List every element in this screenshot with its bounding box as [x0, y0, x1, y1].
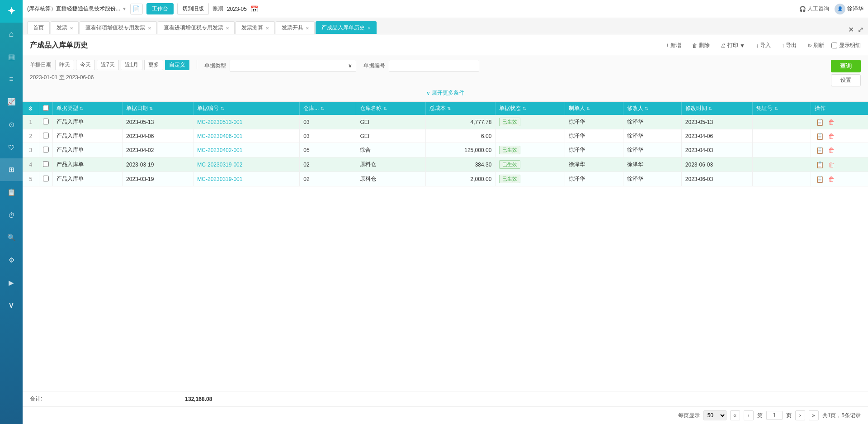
- row-settings[interactable]: 2: [23, 129, 39, 143]
- tab-purchase-vat-close[interactable]: ×: [226, 25, 229, 31]
- col-total-cost[interactable]: 总成本 ⇅: [425, 102, 495, 115]
- row-settings[interactable]: 3: [23, 143, 39, 157]
- print-button[interactable]: 🖨 打印 ▼: [717, 40, 749, 51]
- setting-button[interactable]: 设置: [831, 74, 861, 86]
- row-checkbox[interactable]: [39, 157, 52, 172]
- col-warehouse-code[interactable]: 仓库... ⇅: [300, 102, 356, 115]
- del-btn[interactable]: 🗑: [827, 176, 836, 183]
- del-btn[interactable]: 🗑: [827, 119, 836, 126]
- row-settings[interactable]: 5: [23, 172, 39, 186]
- tab-expand-icon[interactable]: ⤢: [858, 25, 863, 34]
- prev-page-btn[interactable]: ‹: [744, 410, 754, 420]
- btn-yesterday[interactable]: 昨天: [55, 60, 74, 70]
- tab-purchase-vat[interactable]: 查看进项增值税专用发票 ×: [158, 21, 235, 34]
- refresh-button[interactable]: ↻ 刷新: [804, 40, 828, 51]
- sidebar-item-bell[interactable]: ⚙: [0, 249, 23, 272]
- del-btn[interactable]: 🗑: [827, 133, 836, 140]
- btn-today[interactable]: 今天: [76, 60, 95, 70]
- calendar-icon[interactable]: 📅: [250, 5, 258, 13]
- row-checkbox[interactable]: [39, 143, 52, 157]
- sidebar-item-search[interactable]: 🔍: [0, 226, 23, 249]
- doc-button[interactable]: 📄: [130, 4, 143, 14]
- col-modifier[interactable]: 修改人 ⇅: [623, 102, 681, 115]
- sidebar-item-doc[interactable]: 📋: [0, 181, 23, 204]
- sidebar-item-settings1[interactable]: ⊙: [0, 113, 23, 136]
- sidebar-item-grid[interactable]: ⊞: [0, 158, 23, 181]
- edit-btn[interactable]: 📋: [815, 176, 825, 183]
- query-button[interactable]: 查询: [831, 60, 861, 72]
- btn-1month[interactable]: 近1月: [121, 60, 143, 70]
- sidebar-item-shield[interactable]: 🛡: [0, 136, 23, 158]
- number-link[interactable]: MC-20230402-001: [197, 147, 242, 153]
- sidebar-item-clock[interactable]: ⏱: [0, 204, 23, 226]
- sidebar-item-play[interactable]: ▶: [0, 272, 23, 294]
- row-checkbox[interactable]: [39, 115, 52, 129]
- tab-invoice-calc[interactable]: 发票测算 ×: [236, 21, 274, 34]
- tab-home[interactable]: 首页: [27, 21, 50, 34]
- show-detail-input[interactable]: [831, 43, 837, 48]
- number-link[interactable]: MC-20230319-002: [197, 162, 242, 168]
- sidebar-item-menu[interactable]: ≡: [0, 68, 23, 91]
- last-page-btn[interactable]: »: [809, 410, 819, 420]
- import-button[interactable]: ↓ 导入: [752, 40, 774, 51]
- sidebar-item-analytics[interactable]: 📈: [0, 91, 23, 113]
- btn-custom[interactable]: 自定义: [165, 60, 189, 70]
- new-button[interactable]: + 新增: [662, 40, 685, 51]
- switch-version-button[interactable]: 切到旧版: [177, 3, 209, 15]
- col-checkbox[interactable]: [39, 102, 52, 115]
- tab-invoice-calc-close[interactable]: ×: [266, 25, 269, 31]
- edit-btn[interactable]: 📋: [815, 119, 825, 126]
- export-button[interactable]: ↑ 导出: [778, 40, 800, 51]
- first-page-btn[interactable]: «: [730, 410, 740, 420]
- company-selector[interactable]: (库存核算）直播轻捷通信息技术股份... ▼: [27, 5, 127, 13]
- per-page-select[interactable]: 50 100 200: [703, 410, 726, 420]
- del-btn[interactable]: 🗑: [827, 147, 836, 154]
- col-type[interactable]: 单据类型 ⇅: [52, 102, 123, 115]
- sidebar-item-v[interactable]: V: [0, 294, 23, 317]
- tab-invoice[interactable]: 发票 ×: [51, 21, 79, 34]
- workbench-button[interactable]: 工作台: [146, 3, 174, 14]
- number-input[interactable]: [389, 60, 479, 71]
- app-logo[interactable]: ✦: [0, 0, 23, 23]
- tab-invoice-issue[interactable]: 发票开具 ×: [276, 21, 315, 34]
- del-btn[interactable]: 🗑: [827, 161, 836, 168]
- user-menu[interactable]: 👤 徐泽华: [835, 4, 863, 14]
- expand-filter-btn[interactable]: ∨ 展开更多条件: [426, 89, 464, 97]
- col-status[interactable]: 单据状态 ⇅: [495, 102, 565, 115]
- col-modify-time[interactable]: 修改时间 ⇅: [681, 102, 752, 115]
- btn-more[interactable]: 更多: [144, 60, 163, 70]
- edit-btn[interactable]: 📋: [815, 161, 825, 168]
- row-checkbox[interactable]: [39, 129, 52, 143]
- number-link[interactable]: MC-20230319-001: [197, 176, 242, 182]
- row-settings[interactable]: 4: [23, 157, 39, 172]
- col-creator[interactable]: 制单人 ⇅: [565, 102, 623, 115]
- number-link[interactable]: MC-20230406-001: [197, 133, 242, 139]
- edit-btn[interactable]: 📋: [815, 147, 825, 154]
- tab-invoice-issue-close[interactable]: ×: [306, 25, 309, 31]
- col-date[interactable]: 单据日期 ⇅: [123, 102, 193, 115]
- select-all-checkbox[interactable]: [43, 105, 49, 111]
- tab-close-icon[interactable]: ✕: [848, 25, 854, 34]
- support-link[interactable]: 🎧 人工咨询: [799, 5, 829, 13]
- row-settings[interactable]: 1: [23, 115, 39, 129]
- col-warehouse-name[interactable]: 仓库名称 ⇅: [356, 102, 425, 115]
- tab-sales-vat-close[interactable]: ×: [148, 25, 151, 31]
- tab-product-history[interactable]: 产成品入库单历史 ×: [316, 21, 376, 34]
- row-checkbox[interactable]: [39, 172, 52, 186]
- sidebar-item-module1[interactable]: ▦: [0, 45, 23, 68]
- tab-product-history-close[interactable]: ×: [368, 25, 370, 31]
- sidebar-item-home[interactable]: ⌂: [0, 23, 23, 45]
- next-page-btn[interactable]: ›: [795, 410, 805, 420]
- tab-invoice-close[interactable]: ×: [70, 25, 73, 31]
- col-voucher[interactable]: 凭证号 ⇅: [753, 102, 811, 115]
- edit-btn[interactable]: 📋: [815, 133, 825, 140]
- page-number-input[interactable]: [766, 411, 783, 420]
- delete-button[interactable]: 🗑 删除: [689, 40, 713, 51]
- tab-sales-vat[interactable]: 查看销项增值税专用发票 ×: [80, 21, 156, 34]
- btn-7days[interactable]: 近7天: [97, 60, 119, 70]
- number-link[interactable]: MC-20230513-001: [197, 119, 242, 125]
- col-number[interactable]: 单据编号 ⇅: [193, 102, 300, 115]
- show-detail-checkbox[interactable]: 显示明细: [831, 42, 861, 49]
- type-select[interactable]: ∨: [230, 60, 356, 71]
- col-settings[interactable]: ⚙: [23, 102, 39, 115]
